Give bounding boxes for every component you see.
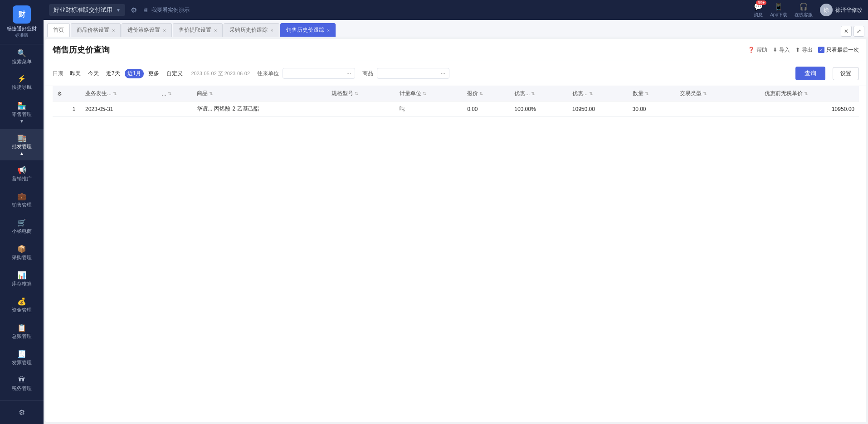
th-extra[interactable]: ... ⇅ — [157, 86, 193, 101]
app-download-label: App下载 — [770, 12, 787, 18]
tab-sales-history-close[interactable]: × — [327, 28, 330, 33]
tab-close-window[interactable]: ✕ — [841, 26, 852, 37]
query-btn[interactable]: 查询 — [795, 67, 825, 80]
purchase-label: 采购管理 — [12, 254, 32, 261]
unit-filter-group: 往来单位 ··· — [257, 68, 355, 79]
only-last-checkbox[interactable]: ✓ 只看最后一次 — [818, 46, 859, 54]
sidebar-item-ecommerce[interactable]: 🌐 电商管理 — [0, 397, 44, 400]
th-discount-price[interactable]: 优惠... ⇅ — [568, 86, 628, 101]
sidebar-item-invoice[interactable]: 🧾 发票管理 — [0, 345, 44, 371]
th-transaction-type[interactable]: 交易类型 ⇅ — [675, 86, 743, 101]
tab-purchase-history-close[interactable]: × — [270, 28, 273, 33]
cell-num: 1 — [67, 101, 81, 117]
tab-sales-history[interactable]: 销售历史价跟踪 × — [280, 23, 336, 37]
sidebar-item-quick-nav[interactable]: ⚡ 快捷导航 — [0, 70, 44, 95]
sidebar-settings-btn[interactable]: ⚙ — [17, 405, 27, 420]
th-spec[interactable]: 规格型号 ⇅ — [327, 86, 395, 101]
sidebar-item-inventory[interactable]: 📊 库存核算 — [0, 266, 44, 292]
demo-icon: 🖥 — [142, 6, 149, 14]
th-business-date[interactable]: 业务发生... ⇅ — [81, 86, 157, 101]
unit-input[interactable]: ··· — [283, 68, 355, 79]
date-yesterday[interactable]: 昨天 — [67, 69, 83, 78]
settings-btn[interactable]: 设置 — [833, 67, 859, 80]
import-btn[interactable]: ⬇ 导入 — [773, 46, 790, 54]
tab-purchase-strategy-close[interactable]: × — [163, 28, 166, 33]
logo-icon: 财 — [13, 5, 31, 24]
help-btn[interactable]: ❓ 帮助 — [748, 46, 767, 54]
th-product[interactable]: 商品 ⇅ — [192, 86, 327, 101]
tab-product-price-close[interactable]: × — [112, 28, 115, 33]
cell-extra — [157, 101, 193, 117]
sidebar-item-wholesale[interactable]: 🏬 批发管理 ▲ — [0, 129, 44, 160]
tab-maximize-window[interactable]: ⤢ — [853, 26, 864, 37]
sort-icon-product: ⇅ — [209, 91, 213, 96]
export-icon: ⬆ — [795, 47, 800, 53]
module-selector[interactable]: 好业财标准版交付试用 ▼ — [49, 4, 125, 16]
page-actions: ❓ 帮助 ⬇ 导入 ⬆ 导出 ✓ 只看最后一次 — [748, 46, 859, 54]
tab-home-label: 首页 — [53, 26, 64, 34]
cell-discount-rate: 100.00% — [510, 101, 568, 117]
topbar-settings-icon[interactable]: ⚙ — [131, 6, 137, 14]
date-today[interactable]: 今天 — [85, 69, 102, 78]
sidebar-bottom: ⚙ — [0, 400, 44, 424]
gear-icon[interactable]: ⚙ — [57, 91, 62, 97]
th-pretax-price[interactable]: 优惠前无税单价 ⇅ — [760, 86, 859, 101]
tab-selling-price-close[interactable]: × — [214, 28, 217, 33]
sidebar-item-tax[interactable]: 🏛 税务管理 — [0, 371, 44, 396]
unit-label: 往来单位 — [257, 70, 279, 77]
date-more[interactable]: 更多 — [146, 69, 162, 78]
topbar-right: 99+ 💬 消息 📱 App下载 🎧 在线客服 徐 徐泽华修改 — [754, 2, 863, 18]
date-options: 昨天 今天 近7天 近1月 更多 自定义 — [67, 69, 185, 78]
module-arrow-icon: ▼ — [116, 8, 121, 13]
product-dots[interactable]: ··· — [441, 70, 445, 77]
date-7days[interactable]: 近7天 — [103, 69, 123, 78]
ledger-label: 总账管理 — [12, 333, 32, 340]
logo-sub: 标准版 — [15, 32, 29, 39]
sidebar-item-purchase[interactable]: 📦 采购管理 — [0, 240, 44, 265]
th-price[interactable]: 报价 ⇅ — [463, 86, 510, 101]
th-discount-rate[interactable]: 优惠... ⇅ — [510, 86, 568, 101]
tab-home[interactable]: 首页 — [47, 23, 70, 37]
cell-spacer — [743, 101, 760, 117]
tabbar: 首页 商品价格设置 × 进价策略设置 × 售价提取设置 × 采购历史价跟踪 × … — [44, 20, 868, 37]
main-area: 好业财标准版交付试用 ▼ ⚙ 🖥 我要看实例演示 99+ 💬 消息 📱 App下… — [44, 0, 868, 424]
avatar: 徐 — [820, 4, 833, 16]
cell-quantity: 30.00 — [628, 101, 675, 117]
date-custom[interactable]: 自定义 — [164, 69, 185, 78]
tab-product-price[interactable]: 商品价格设置 × — [71, 23, 121, 37]
message-btn[interactable]: 99+ 💬 消息 — [754, 2, 763, 18]
sidebar-item-finance[interactable]: 💰 资金管理 — [0, 293, 44, 318]
user-menu[interactable]: 徐 徐泽华修改 — [820, 4, 863, 16]
date-1month[interactable]: 近1月 — [125, 69, 144, 78]
sidebar-item-ecommerce-small[interactable]: 🛒 小畅电商 — [0, 214, 44, 239]
sidebar-item-sales[interactable]: 💼 销售管理 — [0, 188, 44, 213]
sidebar-item-ledger[interactable]: 📋 总账管理 — [0, 319, 44, 344]
sidebar: 财 畅捷通好业财 标准版 🔍 搜索菜单 ⚡ 快捷导航 🏪 零售管理 ▼ 🏬 批发… — [0, 0, 44, 424]
marketing-label: 营销推广 — [12, 175, 32, 182]
ecommerce-small-label: 小畅电商 — [12, 228, 32, 235]
th-unit[interactable]: 计量单位 ⇅ — [395, 86, 463, 101]
table-container: ⚙ 业务发生... ⇅ ... ⇅ — [45, 86, 866, 422]
sort-icon-business-date: ⇅ — [113, 91, 117, 96]
sort-icon-discount-rate: ⇅ — [531, 91, 535, 96]
th-unit-label: 计量单位 — [400, 90, 421, 97]
content-panel: 销售历史价查询 ❓ 帮助 ⬇ 导入 ⬆ 导出 ✓ 只看最后一次 — [45, 39, 866, 422]
online-service-btn[interactable]: 🎧 在线客服 — [795, 2, 813, 18]
sidebar-item-marketing[interactable]: 📢 营销推广 — [0, 161, 44, 187]
filter-bar: 日期 昨天 今天 近7天 近1月 更多 自定义 2023-05-02 至 202… — [45, 61, 866, 86]
sidebar-search[interactable]: 🔍 搜索菜单 — [0, 44, 44, 70]
export-btn[interactable]: ⬆ 导出 — [795, 46, 813, 54]
ecommerce-small-icon: 🛒 — [17, 218, 26, 227]
th-num — [67, 86, 81, 101]
product-input[interactable]: ··· — [377, 68, 449, 79]
page-header: 销售历史价查询 ❓ 帮助 ⬇ 导入 ⬆ 导出 ✓ 只看最后一次 — [45, 39, 866, 61]
unit-dots[interactable]: ··· — [346, 70, 351, 77]
app-logo: 财 畅捷通好业财 标准版 — [0, 0, 44, 44]
th-quantity[interactable]: 数量 ⇅ — [628, 86, 675, 101]
tab-purchase-history[interactable]: 采购历史价跟踪 × — [224, 23, 279, 37]
tab-purchase-strategy[interactable]: 进价策略设置 × — [122, 23, 171, 37]
app-download-btn[interactable]: 📱 App下载 — [770, 2, 787, 18]
sidebar-item-retail[interactable]: 🏪 零售管理 ▼ — [0, 97, 44, 128]
demo-link[interactable]: 🖥 我要看实例演示 — [142, 6, 190, 14]
tab-selling-price[interactable]: 售价提取设置 × — [173, 23, 223, 37]
